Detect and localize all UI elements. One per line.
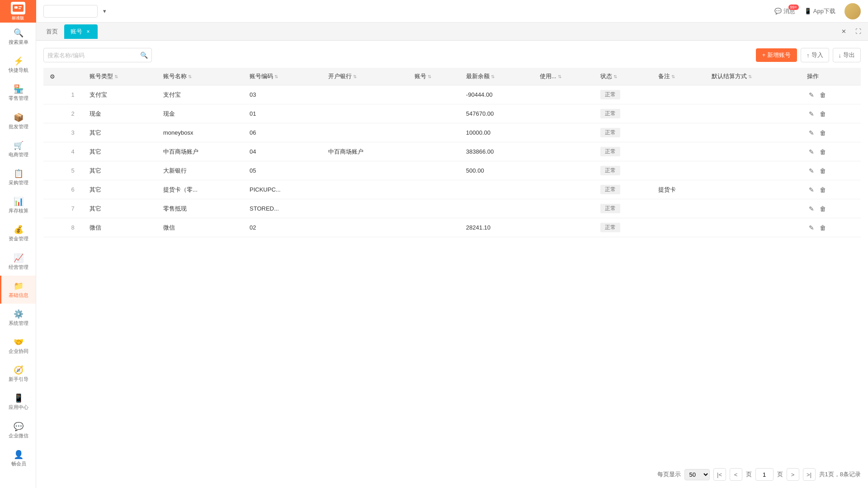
col-usage[interactable]: 使用...⇅: [534, 68, 595, 85]
delete-button-4[interactable]: 🗑: [818, 166, 828, 175]
sidebar-item-operation-label: 经营管理: [9, 264, 28, 270]
row-balance-7: 28241.10: [461, 218, 534, 237]
sidebar-item-member[interactable]: 👤 畅会员: [0, 444, 36, 472]
sidebar-item-inventory[interactable]: 📊 库存核算: [0, 191, 36, 219]
row-num-0: 1: [61, 85, 84, 104]
row-bank-2: [323, 123, 409, 142]
col-status[interactable]: 状态⇅: [595, 68, 652, 85]
row-settings-1: [43, 104, 61, 123]
tab-home[interactable]: 首页: [40, 24, 64, 39]
delete-button-1[interactable]: 🗑: [818, 109, 828, 118]
tab-close-icon[interactable]: ×: [85, 28, 91, 35]
header-search-input[interactable]: [43, 5, 98, 18]
sidebar-item-agreement[interactable]: 🤝 企业协同: [0, 332, 36, 360]
sidebar-item-finance[interactable]: 💰 资金管理: [0, 219, 36, 247]
tab-account[interactable]: 账号 ×: [64, 24, 98, 39]
edit-button-6[interactable]: ✎: [807, 204, 816, 213]
row-default-settlement-2: [706, 123, 802, 142]
export-button[interactable]: ↓ 导出: [833, 48, 861, 62]
account-search-input[interactable]: [47, 52, 140, 59]
row-status-2: 正常: [595, 123, 652, 142]
row-usage-2: [534, 123, 595, 142]
row-settings-5: [43, 180, 61, 199]
sidebar-item-ecommerce[interactable]: 🛒 电商管理: [0, 135, 36, 163]
col-name[interactable]: 账号名称⇅: [158, 68, 244, 85]
delete-button-3[interactable]: 🗑: [818, 147, 828, 156]
import-button[interactable]: ↑ 导入: [801, 48, 829, 62]
message-button[interactable]: 💬 消息 99+: [774, 7, 795, 15]
add-account-label: + 新增账号: [762, 51, 791, 59]
inventory-icon: 📊: [14, 197, 24, 206]
col-remark[interactable]: 备注⇅: [653, 68, 706, 85]
search-icon: 🔍: [140, 52, 148, 59]
prev-page-button[interactable]: <: [730, 468, 742, 481]
sidebar-item-basic[interactable]: 📁 基础信息: [0, 276, 36, 304]
edit-button-3[interactable]: ✎: [807, 147, 816, 156]
delete-button-6[interactable]: 🗑: [818, 204, 828, 213]
row-bank-6: [323, 199, 409, 218]
first-page-button[interactable]: |<: [713, 468, 726, 481]
delete-button-0[interactable]: 🗑: [818, 90, 828, 99]
header-left: ▾: [43, 5, 106, 18]
table-row: 5 其它 大新银行 05 500.00 正常 ✎ 🗑: [43, 161, 861, 180]
row-name-4: 大新银行: [158, 161, 244, 180]
edit-button-4[interactable]: ✎: [807, 166, 816, 175]
add-account-button[interactable]: + 新增账号: [756, 48, 797, 62]
page-of-label: 页: [777, 470, 783, 479]
row-num-1: 2: [61, 104, 84, 123]
row-usage-4: [534, 161, 595, 180]
sidebar-menu: 🔍 搜索菜单 ⚡ 快捷导航 🏪 零售管理 📦 批发管理 🛒 电商管理 📋 采购管…: [0, 23, 36, 488]
col-bank[interactable]: 开户银行⇅: [323, 68, 409, 85]
app-download-button[interactable]: 📱 App下载: [804, 7, 835, 15]
delete-button-2[interactable]: 🗑: [818, 128, 828, 137]
row-usage-7: [534, 218, 595, 237]
col-default-settlement[interactable]: 默认结算方式⇅: [706, 68, 802, 85]
system-icon: ⚙️: [14, 309, 24, 319]
delete-button-5[interactable]: 🗑: [818, 185, 828, 194]
search-box[interactable]: 🔍: [43, 48, 152, 62]
sidebar-item-wechat[interactable]: 💬 企业微信: [0, 416, 36, 444]
sidebar-item-search-label: 搜索菜单: [9, 39, 28, 45]
sidebar-item-quicknav[interactable]: ⚡ 快捷导航: [0, 51, 36, 79]
row-num-7: 8: [61, 218, 84, 237]
window-maximize-button[interactable]: ⛶: [852, 25, 864, 38]
page-input[interactable]: [755, 468, 774, 481]
logo-icon: [11, 2, 25, 14]
edit-button-2[interactable]: ✎: [807, 128, 816, 137]
sidebar-item-retail[interactable]: 🏪 零售管理: [0, 79, 36, 107]
tab-bar: 首页 账号 × ✕ ⛶: [36, 23, 868, 41]
col-code[interactable]: 账号编码⇅: [244, 68, 323, 85]
sidebar-item-appcenter[interactable]: 📱 应用中心: [0, 388, 36, 416]
user-avatar[interactable]: [844, 3, 861, 19]
col-settings[interactable]: ⚙: [43, 68, 61, 85]
member-icon: 👤: [14, 450, 24, 460]
delete-button-7[interactable]: 🗑: [818, 223, 828, 232]
col-account[interactable]: 账号⇅: [409, 68, 461, 85]
row-action-1: ✎ 🗑: [802, 104, 861, 123]
sidebar-item-operation[interactable]: 📈 经营管理: [0, 248, 36, 276]
sidebar-item-search[interactable]: 🔍 搜索菜单: [0, 23, 36, 51]
row-default-settlement-5: [706, 180, 802, 199]
edit-button-7[interactable]: ✎: [807, 223, 816, 232]
col-balance[interactable]: 最新余额⇅: [461, 68, 534, 85]
row-name-7: 微信: [158, 218, 244, 237]
next-page-button[interactable]: >: [787, 468, 799, 481]
sidebar-item-system[interactable]: ⚙️ 系统管理: [0, 304, 36, 332]
page-size-select[interactable]: 50 20 100: [684, 469, 710, 480]
row-type-0: 支付宝: [84, 85, 158, 104]
row-num-5: 6: [61, 180, 84, 199]
edit-button-5[interactable]: ✎: [807, 185, 816, 194]
last-page-button[interactable]: >|: [803, 468, 816, 481]
window-close-button[interactable]: ✕: [837, 25, 850, 38]
edit-button-0[interactable]: ✎: [807, 90, 816, 99]
table-row: 2 现金 现金 01 547670.00 正常 ✎ 🗑: [43, 104, 861, 123]
sidebar-item-purchase[interactable]: 📋 采购管理: [0, 163, 36, 191]
header-dropdown[interactable]: ▾: [103, 8, 106, 14]
sidebar-item-guide[interactable]: 🧭 新手引导: [0, 360, 36, 388]
sidebar-item-member-label: 畅会员: [11, 461, 26, 467]
pagination: 每页显示 50 20 100 |< < 页 页 > >| 共1页，8条记录: [43, 463, 861, 481]
col-type[interactable]: 账号类型⇅: [84, 68, 158, 85]
edit-button-1[interactable]: ✎: [807, 109, 816, 118]
sidebar-item-wholesale[interactable]: 📦 批发管理: [0, 107, 36, 135]
row-default-settlement-4: [706, 161, 802, 180]
